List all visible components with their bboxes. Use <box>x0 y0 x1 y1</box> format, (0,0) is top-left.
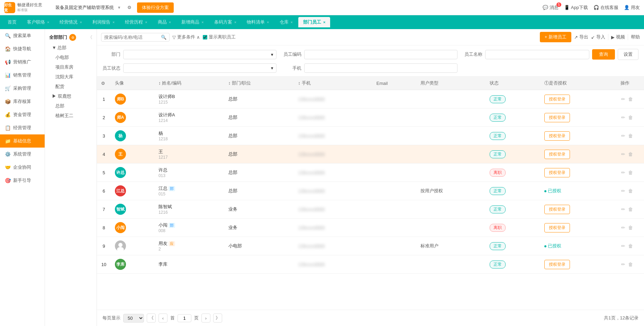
auth-button[interactable]: 授权登录 <box>544 205 570 214</box>
auth-button[interactable]: 授权登录 <box>544 95 570 104</box>
dept-item-slx[interactable]: ▶ 双鹿想 <box>45 91 97 101</box>
sidebar-item-collab[interactable]: 🤝 企业协同 <box>0 161 45 174</box>
import-button[interactable]: ↙ 导入 <box>591 34 605 40</box>
tab-new-goods[interactable]: 新增商品 × <box>176 17 208 27</box>
gear-icon[interactable]: ⚙ <box>125 3 134 12</box>
delete-icon[interactable]: 🗑 <box>628 170 633 175</box>
close-icon[interactable]: × <box>169 20 171 24</box>
sidebar-item-finance[interactable]: 💰 资金管理 <box>0 108 45 121</box>
chevron-down-icon[interactable]: ▾ <box>118 5 120 10</box>
delete-icon[interactable]: 🗑 <box>628 151 633 157</box>
name-filter-input[interactable] <box>485 50 589 59</box>
delete-icon[interactable]: 🗑 <box>628 133 633 139</box>
edit-icon[interactable]: ✏ <box>621 115 625 120</box>
delete-icon[interactable]: 🗑 <box>628 243 633 249</box>
sidebar-item-mgmt[interactable]: 📋 经营管理 <box>0 121 45 134</box>
sidebar-item-marketing[interactable]: 📢 营销推广 <box>0 55 45 69</box>
show-resigned-checkbox[interactable] <box>203 35 207 39</box>
edit-icon[interactable]: ✏ <box>621 225 625 230</box>
tab-history[interactable]: 经营历程 × <box>120 17 152 27</box>
close-icon[interactable]: × <box>267 20 269 24</box>
tab-customer[interactable]: 客户联络 × <box>22 17 54 27</box>
close-icon[interactable]: × <box>323 20 325 24</box>
tab-bom[interactable]: 物料清单 × <box>242 17 274 27</box>
delete-icon[interactable]: 🗑 <box>628 115 633 120</box>
auth-button[interactable]: 授权登录 <box>544 113 570 122</box>
prev-page-button[interactable]: ‹ <box>158 314 167 323</box>
dept-item-hq[interactable]: ▼ 总部 <box>45 43 97 53</box>
add-employee-button[interactable]: + 新增员工 <box>540 32 571 42</box>
close-icon[interactable]: × <box>201 20 203 24</box>
trial-button[interactable]: 体验行业方案 <box>137 2 174 13</box>
close-icon[interactable]: × <box>47 20 49 24</box>
sidebar-item-sales[interactable]: 📊 销售管理 <box>0 69 45 82</box>
export-button[interactable]: ↗ 导出 <box>574 34 588 40</box>
last-page-button[interactable]: 》 <box>213 314 222 323</box>
filter-button[interactable]: ▽ 更多条件 ∧ <box>172 34 200 40</box>
sidebar-item-search[interactable]: 🔍 搜索菜单 <box>0 29 45 42</box>
status-filter-select[interactable]: ▾ <box>123 63 276 73</box>
sidebar-item-system[interactable]: ⚙️ 系统管理 <box>0 148 45 161</box>
tab-home[interactable]: 首页 <box>3 17 21 27</box>
close-icon[interactable]: × <box>291 20 293 24</box>
tab-barcode[interactable]: 条码方案 × <box>209 17 241 27</box>
edit-icon[interactable]: ✏ <box>621 243 625 249</box>
edit-icon[interactable]: ✏ <box>621 151 625 157</box>
next-page-button[interactable]: › <box>201 314 210 323</box>
page-size-select[interactable]: 50 20 100 <box>123 314 144 323</box>
code-filter-input[interactable] <box>304 50 457 59</box>
sidebar-item-basic[interactable]: 📁 基础信息 <box>0 134 45 148</box>
search-input[interactable] <box>104 35 160 40</box>
dept-collapse-icon[interactable]: 《 <box>88 34 92 41</box>
dept-item-xmkf[interactable]: 项目库房 <box>45 62 97 72</box>
delete-icon[interactable]: 🗑 <box>628 188 633 194</box>
tab-warehouse[interactable]: 仓库 × <box>275 17 298 27</box>
show-resigned-label[interactable]: 显示离职员工 <box>203 34 236 40</box>
delete-icon[interactable]: 🗑 <box>628 96 633 102</box>
query-button[interactable]: 查询 <box>592 49 615 60</box>
app-download-link[interactable]: 📱 App下载 <box>564 5 588 11</box>
close-icon[interactable]: × <box>234 20 236 24</box>
sidebar-item-guide[interactable]: 🎯 新手引导 <box>0 174 45 187</box>
dept-item-ph[interactable]: 配货 <box>45 82 97 91</box>
help-button[interactable]: 帮助 <box>631 34 640 40</box>
dept-settings-icon[interactable]: ⚙ <box>69 34 76 41</box>
delete-icon[interactable]: 🗑 <box>628 206 633 212</box>
tab-operation[interactable]: 经营情况 × <box>55 17 87 27</box>
user-menu[interactable]: 👤 用友 <box>624 5 640 11</box>
tab-employees[interactable]: 部门员工 × <box>298 17 330 27</box>
edit-icon[interactable]: ✏ <box>621 262 625 267</box>
close-icon[interactable]: × <box>145 20 147 24</box>
dept-item-zswer[interactable]: 植树王二 <box>45 111 97 121</box>
auth-button[interactable]: 授权登录 <box>544 260 570 269</box>
edit-icon[interactable]: ✏ <box>621 170 625 175</box>
edit-icon[interactable]: ✏ <box>621 206 625 212</box>
delete-icon[interactable]: 🗑 <box>628 225 633 230</box>
dept-item-zb[interactable]: 总部 <box>45 101 97 111</box>
dept-filter-select[interactable]: ▾ <box>123 50 276 59</box>
reset-button[interactable]: 设置 <box>618 49 638 60</box>
edit-icon[interactable]: ✏ <box>621 96 625 102</box>
tab-goods[interactable]: 商品 × <box>153 17 176 27</box>
online-service-link[interactable]: 🎧 在线客服 <box>593 5 618 11</box>
sidebar-item-purchase[interactable]: 🛒 采购管理 <box>0 82 45 95</box>
page-number-input[interactable] <box>178 314 191 322</box>
tab-profit[interactable]: 利润报告 × <box>88 17 119 27</box>
settings-icon[interactable]: ⚙ <box>101 81 105 86</box>
auth-button[interactable]: 授权登录 <box>544 150 570 159</box>
auth-button[interactable]: 授权登录 <box>544 168 570 177</box>
all-depts-label[interactable]: 全部部门 <box>49 34 67 41</box>
phone-filter-input[interactable] <box>304 63 457 73</box>
first-page-button[interactable]: 《 <box>147 314 156 323</box>
dept-item-sydl[interactable]: 沈阳大库 <box>45 72 97 82</box>
edit-icon[interactable]: ✏ <box>621 188 625 194</box>
dept-item-xdb[interactable]: 小电部 <box>45 53 97 62</box>
close-icon[interactable]: × <box>112 20 115 24</box>
edit-icon[interactable]: ✏ <box>621 133 625 139</box>
auth-button[interactable]: 授权登录 <box>544 131 570 141</box>
delete-icon[interactable]: 🗑 <box>628 262 633 267</box>
close-icon[interactable]: × <box>80 20 82 24</box>
sidebar-item-inventory[interactable]: 📦 库存核算 <box>0 95 45 108</box>
video-button[interactable]: ▶ 视频 <box>611 34 625 40</box>
auth-button[interactable]: 授权登录 <box>544 223 570 232</box>
